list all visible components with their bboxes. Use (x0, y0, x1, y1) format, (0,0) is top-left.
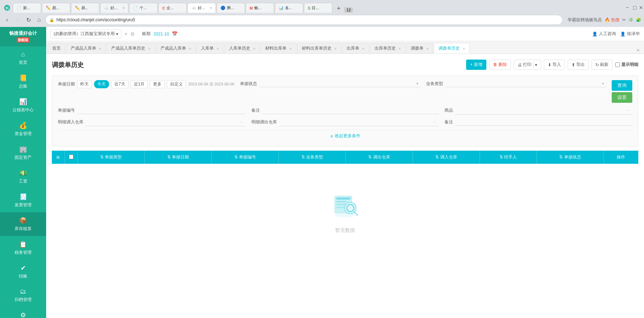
detail-out-dots-icon[interactable]: ··· (433, 119, 437, 124)
tab-home[interactable]: 首页 (48, 43, 65, 54)
scissors-icon[interactable]: ✂ (622, 17, 626, 22)
tab-transfer-close[interactable]: × (426, 46, 429, 51)
tab-transfer-hist-close[interactable]: × (463, 46, 465, 51)
detail-in-select[interactable]: ··· (86, 118, 246, 126)
query-btn[interactable]: 查询 (612, 80, 632, 91)
search-query[interactable]: 学霸应聘场驱鸟员 (568, 17, 602, 23)
sidebar-item-settings[interactable]: ⚙ 基础设置 (0, 307, 46, 318)
refresh-btn[interactable]: ↻ 刷新 (591, 60, 612, 70)
tab-out-order-close[interactable]: × (362, 46, 364, 51)
browser-tab-6[interactable]: C 企... (158, 3, 187, 13)
tab-close-4[interactable]: × (122, 6, 125, 10)
tab-mat-out-hist[interactable]: 材料出库单历史 × (297, 43, 341, 54)
reload-button[interactable]: ↻ (24, 16, 33, 24)
browser-tab-10[interactable]: 📊 各... (275, 3, 303, 13)
tab-out-hist-close[interactable]: × (399, 46, 401, 51)
th-in-warehouse[interactable]: ⇅ 调入仓库 (413, 151, 480, 164)
detail-out-select[interactable]: ··· (279, 118, 439, 126)
tab-product-in-hist-close[interactable]: × (148, 46, 150, 51)
browser-tab-1[interactable]: 📄 新... (13, 3, 41, 13)
gear-settings-icon[interactable]: ⚙ (56, 155, 60, 160)
tab-product-in-2-close[interactable]: × (189, 46, 191, 51)
browser-tab-7[interactable]: ☁️ 好... × (187, 3, 216, 13)
remark-input[interactable] (262, 107, 439, 114)
display-detail-input[interactable] (615, 62, 620, 67)
home-button[interactable]: ⌂ (35, 16, 43, 24)
date-yesterday-btn[interactable]: 昨天 (77, 80, 92, 88)
th-doc-no[interactable]: ⇅ 单据编号 (212, 151, 279, 164)
period-value[interactable]: 2021-10 (153, 32, 169, 37)
export-btn[interactable]: ⬆ 导出 (568, 60, 589, 70)
tab-mat-out[interactable]: 材料出库单 × (261, 43, 296, 54)
close-tabs-icon[interactable]: × (637, 47, 640, 54)
translate-icon[interactable]: 译 (629, 17, 633, 23)
tab-out-hist[interactable]: 出库单历史 × (370, 43, 405, 54)
th-doc-status[interactable]: ⇅ 单据状态 (536, 151, 604, 164)
minimize-icon[interactable]: － (624, 4, 630, 11)
tab-count-badge[interactable]: 12 (344, 7, 353, 13)
status-select[interactable]: ▾ (259, 80, 420, 87)
date-custom-btn[interactable]: 自定义 (167, 80, 186, 88)
close-window-icon[interactable]: × (639, 5, 643, 11)
tab-product-in-hist[interactable]: 产成品入库单历史 × (107, 43, 155, 54)
sidebar-item-home[interactable]: ⌂ 首页 (0, 46, 46, 70)
browser-tab-2[interactable]: ✏️ 易... (42, 3, 70, 13)
sidebar-item-reports[interactable]: 📊 云报表中心 (0, 94, 46, 117)
th-biz-type[interactable]: ⇅ 业务类型 (279, 151, 346, 164)
th-doc-date[interactable]: ⇅ 单据日期 (144, 151, 212, 164)
browser-tab-3[interactable]: ✏️ 易... (71, 3, 99, 13)
th-doc-type[interactable]: ⇅ 单据类型 (77, 151, 144, 164)
back-icon[interactable]: 畅 (1, 3, 13, 13)
select-all-checkbox[interactable] (69, 155, 73, 159)
new-tab-btn[interactable]: + (334, 4, 343, 13)
delete-btn[interactable]: 🗑 删除 (489, 60, 511, 70)
maximize-icon[interactable]: □ (633, 5, 637, 11)
date-today-btn[interactable]: 今天 (94, 80, 109, 88)
company-selector[interactable]: (勿删勿禁用）江西服宝测试专用 ▾ (50, 29, 121, 38)
sidebar-item-salary[interactable]: 💵 工资 (0, 165, 46, 189)
tab-mat-out-hist-close[interactable]: × (334, 46, 337, 51)
tab-transfer-hist[interactable]: 调拨单历史 × (434, 43, 469, 54)
th-handler[interactable]: ⇅ 经手人 (480, 151, 536, 164)
sidebar-item-settlement[interactable]: ✔ 结账 (0, 260, 46, 284)
ai-service-btn[interactable]: 👤 人工咨询 (592, 31, 616, 37)
calendar-icon[interactable]: 📅 (172, 31, 178, 37)
display-detail-checkbox[interactable]: 显示明细 (615, 62, 638, 68)
new-btn[interactable]: + 新增 (466, 60, 486, 70)
setting-btn[interactable]: 设置 (612, 92, 632, 103)
th-gear[interactable]: ⚙ (52, 151, 65, 164)
gear-btn[interactable]: ⚙ (130, 31, 135, 37)
tab-mat-out-close[interactable]: × (289, 46, 291, 51)
extension-icon[interactable]: 🧩 (636, 17, 641, 22)
sidebar-item-invoice[interactable]: 🧾 发票管理 (0, 189, 46, 212)
tab-transfer[interactable]: 调拨单 × (406, 43, 433, 54)
date-1month-btn[interactable]: 近1月 (131, 80, 148, 88)
address-bar[interactable]: 🔒 https://cloud.chanjet.com/accounting/u… (45, 15, 563, 25)
print-btn[interactable]: 🖨 🖨 打印 打印 ▾ (514, 60, 541, 70)
goods-select[interactable]: ··· (455, 106, 632, 115)
sidebar-item-tax[interactable]: 📋 税务管理 (0, 236, 46, 260)
note-input[interactable] (455, 118, 632, 126)
browser-tab-11[interactable]: S 目... (304, 3, 332, 13)
sidebar-item-ledger[interactable]: 📒 总账 (0, 70, 46, 94)
tab-in-hist-close[interactable]: × (253, 46, 255, 51)
date-more-btn[interactable]: 更多 (150, 80, 165, 88)
sidebar-item-archive[interactable]: 🗂 归档管理 (0, 284, 46, 307)
back-button[interactable]: ‹ (3, 16, 11, 24)
sidebar-item-funds[interactable]: 💰 资金管理 (0, 117, 46, 141)
biz-type-select[interactable]: ▾ (445, 80, 606, 87)
doc-no-input[interactable] (77, 107, 246, 114)
sidebar-item-inventory[interactable]: 📦 库存核算 (0, 212, 46, 236)
detail-in-dots-icon[interactable]: ··· (240, 119, 244, 124)
sidebar-item-fixed-assets[interactable]: 🏢 固定资产 (0, 141, 46, 165)
tab-close-7[interactable]: × (210, 6, 212, 10)
goods-dots-icon[interactable]: ··· (627, 108, 630, 113)
tab-in-order-close[interactable]: × (217, 46, 219, 51)
add-company-btn[interactable]: + (124, 31, 127, 37)
browser-tab-5[interactable]: 📄 个... (129, 3, 158, 13)
app-logo[interactable]: 畅捷通好会计 旗舰版 (0, 27, 46, 46)
tab-out-order[interactable]: 出库单 × (342, 43, 369, 54)
browser-tab-4[interactable]: ☁️ 好... × (100, 3, 129, 13)
user-menu[interactable]: 👤 徐泽华 (620, 31, 640, 37)
tab-in-hist[interactable]: 入库单历史 × (224, 43, 260, 54)
